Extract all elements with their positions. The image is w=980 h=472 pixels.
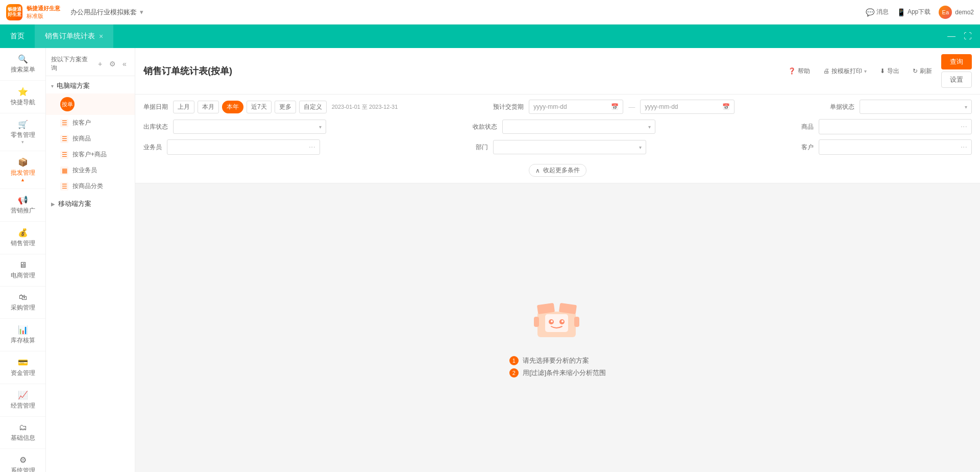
sidebar-item-management[interactable]: 📈 经营管理 — [0, 384, 45, 417]
print-dropdown-icon[interactable]: ▾ — [864, 68, 867, 74]
date-btn-more[interactable]: 更多 — [275, 101, 296, 113]
customer-input[interactable]: ··· — [819, 139, 972, 155]
brand-label: 畅捷通好生意 标准版 — [27, 5, 60, 20]
basic-icon: 🗂 — [19, 423, 27, 432]
salesperson-input[interactable]: ··· — [167, 139, 320, 155]
brand-area: 畅捷通好生意 畅捷通好生意 标准版 — [6, 4, 60, 20]
tab-minimize-btn[interactable]: — — [945, 30, 958, 42]
empty-svg — [525, 278, 591, 345]
mobile-arrow-icon: ▶ — [51, 201, 55, 207]
brand-icon: 畅捷通好生意 — [6, 4, 22, 20]
brand-icon-text: 畅捷通好生意 — [8, 7, 21, 17]
main-layout: 🔍 搜索菜单 ⭐ 快捷导航 🛒 零售管理 ▾ 📦 批发管理 ▲ 📢 营销推广 💰… — [0, 48, 980, 472]
sidebar-item-retail[interactable]: 🛒 零售管理 ▾ — [0, 113, 45, 151]
scheme-item-by-goods[interactable]: ☰ 按商品 — [46, 131, 135, 147]
sidebar-item-finance[interactable]: 💳 资金管理 — [0, 351, 45, 384]
expected-date-start[interactable]: yyyy-mm-dd 📅 — [529, 100, 623, 114]
date-btn-this-month[interactable]: 本月 — [198, 101, 219, 113]
scheme-add-btn[interactable]: + — [95, 59, 105, 69]
date-btn-custom[interactable]: 自定义 — [299, 101, 327, 113]
retail-icon: 🛒 — [18, 120, 28, 129]
goods-ellipsis-icon[interactable]: ··· — [961, 122, 967, 131]
svg-point-6 — [551, 320, 553, 322]
industry-selector[interactable]: 办公用品行业模拟账套 ▾ — [70, 8, 855, 17]
calendar-icon: 📅 — [611, 103, 619, 110]
goods-input[interactable]: ··· — [819, 119, 972, 134]
date-btn-last-month[interactable]: 上月 — [173, 101, 194, 113]
filter-row-1: 单据日期 上月 本月 本年 近7天 更多 自定义 2023-01-01 至 20… — [135, 95, 980, 160]
date-btn-7days[interactable]: 近7天 — [247, 101, 272, 113]
sidebar: 🔍 搜索菜单 ⭐ 快捷导航 🛒 零售管理 ▾ 📦 批发管理 ▲ 📢 营销推广 💰… — [0, 48, 46, 472]
page-actions: ❓ 帮助 🖨 按模板打印 ▾ ⬇ 导出 ↻ 刷新 — [784, 54, 972, 88]
dept-select[interactable]: ▾ — [493, 140, 646, 154]
query-settings-group: 查询 设置 — [941, 54, 972, 88]
top-bar: 畅捷通好生意 畅捷通好生意 标准版 办公用品行业模拟账套 ▾ 💬 消息 📱 Ap… — [0, 0, 980, 25]
export-btn[interactable]: ⬇ 导出 — [876, 65, 903, 78]
avatar: Ea — [939, 6, 952, 19]
help-btn[interactable]: ❓ 帮助 — [784, 65, 814, 78]
tab-maximize-btn[interactable]: ⛶ — [962, 30, 974, 42]
query-button[interactable]: 查询 — [941, 54, 972, 69]
collapse-icon: ∧ — [535, 167, 540, 174]
empty-hints: 1 请先选择要分析的方案 2 用[过滤]条件来缩小分析范围 — [509, 356, 606, 377]
scheme-category-mobile[interactable]: ▶ 移动端方案 — [46, 196, 135, 211]
top-right-actions: 💬 消息 📱 App下载 Ea demo2 — [866, 6, 974, 19]
tab-bar: 首页 销售订单统计表 × — ⛶ — [0, 25, 980, 48]
sidebar-item-system[interactable]: ⚙ 系统管理 — [0, 449, 45, 472]
user-profile[interactable]: Ea demo2 — [939, 6, 974, 19]
sidebar-item-sales[interactable]: 💰 销售管理 — [0, 222, 45, 254]
scheme-panel: 按以下方案查询 + ⚙ « ▾ 电脑端方案 按单 ☰ 按客户 — [46, 48, 135, 472]
scheme-collapse-btn[interactable]: « — [119, 59, 130, 69]
sidebar-item-inventory[interactable]: 📊 库存核算 — [0, 319, 45, 351]
expected-date-end[interactable]: yyyy-mm-dd 📅 — [640, 100, 734, 114]
print-btn[interactable]: 🖨 按模板打印 ▾ — [819, 65, 871, 78]
message-btn[interactable]: 💬 消息 — [866, 8, 889, 16]
dept-arrow-icon: ▾ — [639, 145, 642, 150]
sidebar-item-marketing[interactable]: 📢 营销推广 — [0, 189, 45, 222]
scheme-item-by-salesperson[interactable]: ▦ 按业务员 — [46, 162, 135, 178]
sidebar-item-ecommerce[interactable]: 🖥 电商管理 — [0, 254, 45, 287]
sidebar-item-wholesale[interactable]: 📦 批发管理 ▲ — [0, 151, 45, 189]
inventory-icon: 📊 — [18, 325, 28, 335]
sidebar-item-search[interactable]: 🔍 搜索菜单 — [0, 48, 45, 81]
phone-icon: 📱 — [897, 8, 905, 16]
by-category-icon: ☰ — [60, 182, 68, 191]
purchase-icon: 🛍 — [19, 293, 27, 302]
selected-scheme-icon: 按单 — [60, 97, 75, 111]
scheme-category-desktop[interactable]: ▾ 电脑端方案 — [46, 78, 135, 93]
status-arrow-icon: ▾ — [965, 104, 967, 110]
management-icon: 📈 — [18, 390, 28, 400]
svg-rect-9 — [574, 317, 579, 327]
scheme-settings-btn[interactable]: ⚙ — [107, 59, 117, 69]
dropdown-icon[interactable]: ▾ — [140, 8, 143, 16]
ship-status-select[interactable]: ▾ — [173, 120, 326, 134]
ship-arrow-icon: ▾ — [319, 124, 322, 130]
tab-close-btn[interactable]: × — [99, 32, 103, 40]
status-select[interactable]: ▾ — [860, 100, 972, 114]
pay-status-select[interactable]: ▾ — [502, 120, 655, 134]
customer-ellipsis-icon[interactable]: ··· — [961, 143, 967, 152]
sales-ellipsis-icon[interactable]: ··· — [309, 143, 315, 152]
sidebar-item-purchase[interactable]: 🛍 采购管理 — [0, 287, 45, 319]
tab-sales-stats[interactable]: 销售订单统计表 × — [35, 25, 113, 48]
by-customer-goods-icon: ☰ — [60, 151, 68, 159]
scheme-item-by-category[interactable]: ☰ 按商品分类 — [46, 178, 135, 194]
date-separator: — — [628, 103, 635, 111]
scheme-item-by-customer-goods[interactable]: ☰ 按客户+商品 — [46, 147, 135, 162]
scheme-item-by-order[interactable]: 按单 — [46, 93, 135, 115]
scheme-panel-actions: + ⚙ « — [95, 59, 130, 69]
app-download-btn[interactable]: 📱 App下载 — [897, 8, 930, 16]
tab-home[interactable]: 首页 — [0, 25, 35, 48]
by-goods-icon: ☰ — [60, 135, 68, 143]
filter-person-row: 业务员 ··· 部门 ▾ 客户 ··· — [143, 139, 972, 155]
sidebar-item-quicknav[interactable]: ⭐ 快捷导航 — [0, 81, 45, 113]
collapse-btn[interactable]: ∧ 收起更多条件 — [529, 164, 586, 177]
refresh-btn[interactable]: ↻ 刷新 — [909, 65, 936, 78]
scheme-item-by-customer[interactable]: ☰ 按客户 — [46, 115, 135, 131]
tab-bar-actions: — ⛶ — [945, 30, 980, 42]
date-btn-this-year[interactable]: 本年 — [222, 101, 243, 113]
sidebar-item-basic[interactable]: 🗂 基础信息 — [0, 417, 45, 449]
svg-point-7 — [561, 320, 564, 322]
calendar-icon-end: 📅 — [722, 103, 730, 110]
settings-button[interactable]: 设置 — [941, 72, 972, 88]
